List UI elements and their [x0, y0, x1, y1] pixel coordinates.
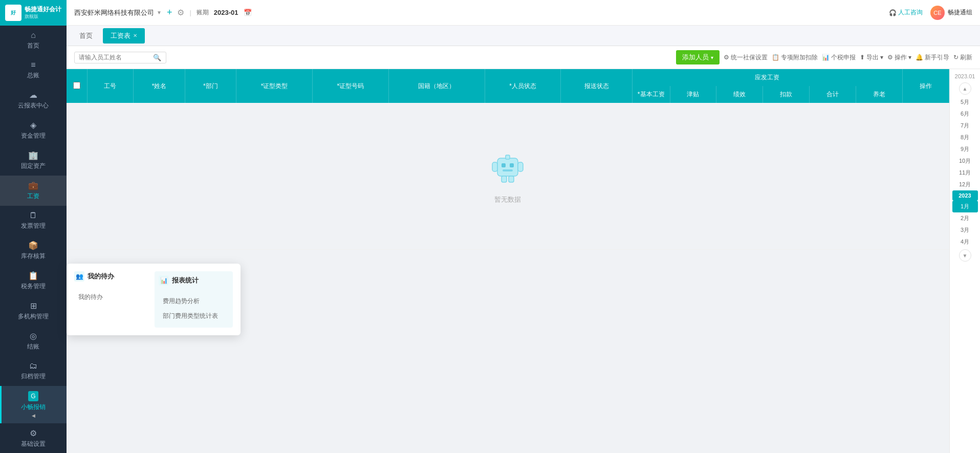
sidebar-item-label: 发票管理 — [21, 222, 46, 230]
todo-icon: 👥 — [74, 271, 84, 282]
close-tab-icon[interactable]: ✕ — [133, 33, 137, 38]
col-total: 合计 — [810, 86, 856, 103]
social-security-action[interactable]: ⚙ 统一社保设置 — [724, 53, 768, 62]
timeline-month-3[interactable]: 3月 — [952, 224, 978, 236]
cloud-icon: ☁ — [29, 90, 37, 100]
timeline-month-4[interactable]: 4月 — [952, 236, 978, 248]
fixed-asset-icon: 🏢 — [28, 150, 38, 160]
export-action[interactable]: ⬆ 导出 ▾ — [860, 53, 883, 62]
popup-section-todo: 👥 我的待办 我的待办 — [74, 271, 144, 328]
export-label: 导出 — [866, 53, 879, 62]
timeline-panel: 2023.01 ▲ 5月 6月 7月 8月 9月 10月 11月 12月 202… — [949, 69, 980, 453]
period-label: 账期 — [197, 8, 209, 17]
calendar-icon[interactable]: 📅 — [244, 9, 252, 16]
popup-dept-cost-item[interactable]: 部门费用类型统计表 — [159, 309, 229, 323]
timeline-month-9[interactable]: 9月 — [952, 143, 978, 155]
col-person-status: *人员状态 — [485, 69, 561, 103]
new-guide-action[interactable]: 🔔 新手引导 — [916, 53, 949, 62]
user-menu[interactable]: CE 畅捷通组 — [930, 6, 972, 20]
empty-state: 暂无数据 — [72, 107, 944, 245]
export-icon: ⬆ — [860, 54, 865, 61]
empty-state-cell: 暂无数据 — [67, 103, 949, 250]
logo-icon: 好 — [5, 5, 21, 21]
sidebar-item-basic-settings[interactable]: ⚙ 基础设置 — [0, 423, 67, 453]
sidebar-item-fund[interactable]: ◈ 资金管理 — [0, 115, 67, 145]
tab-home[interactable]: 首页 — [72, 28, 100, 44]
col-job-num: 工号 — [87, 69, 134, 103]
sidebar-item-xiaochang[interactable]: G 小畅报销 ◀ — [0, 386, 67, 423]
operation-action[interactable]: ⚙ 操作 ▾ — [887, 53, 911, 62]
chevron-down-icon: ▾ — [880, 54, 883, 61]
sidebar-item-home[interactable]: ⌂ 首页 — [0, 26, 67, 55]
ledger-icon: ≡ — [31, 60, 35, 70]
timeline-month-6[interactable]: 6月 — [952, 108, 978, 120]
separator: | — [189, 9, 191, 16]
sidebar-item-salary[interactable]: 💼 工资 — [0, 176, 67, 206]
empty-icon — [487, 148, 528, 189]
new-guide-label: 新手引导 — [925, 53, 949, 62]
tax-icon: 📋 — [28, 271, 38, 281]
operation-icon: ⚙ — [887, 54, 893, 61]
tab-salary[interactable]: 工资表 ✕ — [103, 28, 145, 44]
timeline-up-button[interactable]: ▲ — [959, 82, 971, 95]
search-icon[interactable]: 🔍 — [153, 54, 161, 61]
dropdown-popup: 👥 我的待办 我的待办 📊 报表统计 费用趋势分析 部门费用类型统计表 — [67, 264, 241, 335]
sidebar-item-cloud-report[interactable]: ☁ 云报表中心 — [0, 85, 67, 115]
tax-report-label: 个税申报 — [831, 53, 856, 62]
timeline-month-12[interactable]: 12月 — [952, 179, 978, 190]
search-input[interactable] — [79, 54, 150, 61]
salary-icon: 💼 — [28, 181, 38, 190]
company-name: 西安虾米网络科技有限公司 — [74, 8, 154, 17]
col-allowance: 津贴 — [670, 86, 716, 103]
svg-rect-6 — [518, 162, 523, 171]
timeline-month-1-active[interactable]: 1月 — [952, 201, 978, 212]
xiaochang-icon: G — [28, 391, 38, 401]
sidebar-item-fixed-asset[interactable]: 🏢 固定资产 — [0, 145, 67, 176]
sidebar-item-label: 云报表中心 — [18, 101, 49, 110]
sidebar-item-multi-org[interactable]: ⊞ 多机构管理 — [0, 296, 67, 326]
timeline-month-10[interactable]: 10月 — [952, 155, 978, 167]
svg-rect-5 — [492, 162, 497, 171]
topbar: 西安虾米网络科技有限公司 ▼ + ⚙ | 账期 2023-01 📅 🎧 人工咨询… — [67, 0, 980, 26]
col-name: *姓名 — [134, 69, 185, 103]
settings-icon[interactable]: ⚙ — [177, 8, 184, 17]
svg-rect-8 — [509, 176, 514, 182]
toolbar: 🔍 添加人员 ▾ ⚙ 统一社保设置 📋 专项附加扣除 📊 个税申报 ⬆ 导出 — [67, 46, 980, 69]
social-security-label: 统一社保设置 — [731, 53, 768, 62]
popup-cost-trend-item[interactable]: 费用趋势分析 — [159, 294, 229, 309]
col-nationality: 国籍（地区） — [388, 69, 485, 103]
sidebar-item-inventory[interactable]: 📦 库存核算 — [0, 235, 67, 266]
sidebar-item-label: 归档管理 — [21, 372, 46, 381]
sidebar-item-ledger[interactable]: ≡ 总账 — [0, 55, 67, 85]
refresh-action[interactable]: ↻ 刷新 — [953, 53, 972, 62]
svg-rect-1 — [502, 163, 506, 167]
home-icon: ⌂ — [31, 31, 36, 40]
col-report-status: 报送状态 — [561, 69, 632, 103]
timeline-month-7[interactable]: 7月 — [952, 120, 978, 132]
special-deduct-action[interactable]: 📋 专项附加扣除 — [772, 53, 818, 62]
company-selector[interactable]: 西安虾米网络科技有限公司 ▼ — [74, 8, 162, 17]
app-logo: 好 畅捷通好会计 旗舰版 — [0, 0, 67, 26]
col-operation: 操作 — [903, 69, 949, 103]
popup-todo-item[interactable]: 我的待办 — [74, 290, 144, 305]
timeline-down-button[interactable]: ▼ — [959, 249, 971, 262]
svg-rect-3 — [503, 169, 513, 171]
sidebar-item-invoice[interactable]: 🗒 发票管理 — [0, 206, 67, 235]
topbar-right: 🎧 人工咨询 CE 畅捷通组 — [889, 6, 972, 20]
multi-org-icon: ⊞ — [30, 301, 37, 311]
sidebar-item-label: 小畅报销 — [21, 403, 46, 412]
add-person-button[interactable]: 添加人员 ▾ — [676, 50, 720, 64]
timeline-month-11[interactable]: 11月 — [952, 167, 978, 179]
sidebar-item-close-account[interactable]: ◎ 结账 — [0, 326, 67, 356]
select-all-checkbox[interactable] — [73, 82, 80, 89]
service-button[interactable]: 🎧 人工咨询 — [889, 8, 923, 17]
timeline-month-5[interactable]: 5月 — [952, 96, 978, 108]
sidebar-item-label: 总账 — [27, 71, 39, 80]
tax-report-action[interactable]: 📊 个税申报 — [822, 53, 856, 62]
sidebar-item-tax[interactable]: 📋 税务管理 — [0, 266, 67, 296]
sidebar-item-archive[interactable]: 🗂 归档管理 — [0, 356, 67, 386]
timeline-month-8[interactable]: 8月 — [952, 132, 978, 143]
timeline-month-2[interactable]: 2月 — [952, 212, 978, 224]
add-company-button[interactable]: + — [167, 7, 172, 18]
logo-sub: 旗舰版 — [25, 13, 61, 20]
